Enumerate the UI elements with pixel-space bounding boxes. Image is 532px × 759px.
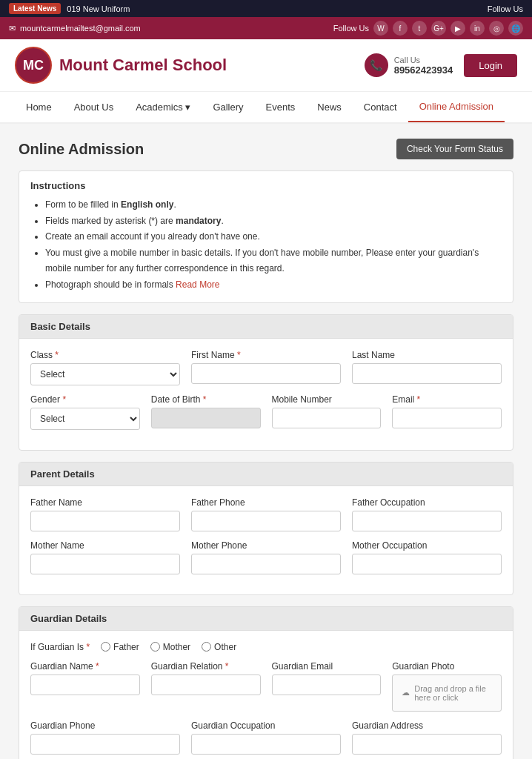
globe-icon[interactable]: 🌐 bbox=[508, 21, 523, 36]
dob-input[interactable] bbox=[151, 408, 261, 428]
guardian-address-group: Guardian Address bbox=[352, 720, 502, 755]
nav-home[interactable]: Home bbox=[15, 92, 63, 122]
nav-contact[interactable]: Contact bbox=[353, 92, 408, 122]
mother-occupation-input[interactable] bbox=[352, 554, 502, 574]
guardian-email-label: Guardian Email bbox=[272, 661, 382, 672]
nav-news[interactable]: News bbox=[306, 92, 353, 122]
guardian-name-label: Guardian Name * bbox=[30, 661, 140, 672]
google-plus-icon[interactable]: G+ bbox=[431, 21, 446, 36]
nav-events[interactable]: Events bbox=[255, 92, 307, 122]
latest-news-badge: Latest News bbox=[9, 3, 61, 14]
news-text: 019 New Uniform bbox=[67, 4, 130, 13]
contact-bar: ✉ mountcarmelmailtest@gmail.com Follow U… bbox=[0, 17, 532, 39]
page-title: Online Admission bbox=[19, 141, 144, 158]
guardian-radio-mother-input[interactable] bbox=[150, 642, 160, 652]
instruction-item-5: Photograph should be in formals Read Mor… bbox=[45, 277, 502, 294]
father-phone-group: Father Phone bbox=[191, 497, 341, 531]
email-group: Email * bbox=[392, 394, 502, 430]
guardian-name-input[interactable] bbox=[30, 675, 140, 695]
mother-occupation-label: Mother Occupation bbox=[352, 540, 502, 551]
call-us-label: Call Us bbox=[394, 56, 453, 64]
call-us-info: Call Us 89562423934 bbox=[394, 56, 453, 76]
basic-details-header: Basic Details bbox=[19, 315, 513, 339]
email-label: Email * bbox=[392, 394, 502, 405]
email-icon: ✉ bbox=[9, 24, 16, 33]
instruction-item-1: Form to be filled in English only. bbox=[45, 197, 502, 213]
guardian-occupation-input[interactable] bbox=[191, 734, 341, 755]
father-phone-input[interactable] bbox=[191, 511, 341, 531]
mother-name-input[interactable] bbox=[30, 554, 180, 574]
class-group: Class * Select Class 1 Class 2 Class 3 C… bbox=[30, 350, 180, 385]
nav-gallery[interactable]: Gallery bbox=[202, 92, 254, 122]
linkedin-icon[interactable]: in bbox=[470, 21, 485, 36]
mobile-input[interactable] bbox=[272, 408, 382, 428]
guardian-address-input[interactable] bbox=[352, 734, 502, 755]
class-label: Class * bbox=[30, 350, 180, 360]
check-status-button[interactable]: Check Your Form Status bbox=[396, 139, 513, 159]
gender-select[interactable]: Select Male Female Other bbox=[30, 408, 140, 430]
guardian-photo-upload[interactable]: ☁ Drag and drop a file here or click bbox=[392, 675, 502, 712]
email-input[interactable] bbox=[392, 408, 502, 428]
parent-details-body: Father Name Father Phone Father Occupati… bbox=[19, 486, 513, 594]
guardian-phone-group: Guardian Phone bbox=[30, 720, 180, 755]
whatsapp-icon[interactable]: W bbox=[373, 21, 388, 36]
father-occupation-input[interactable] bbox=[352, 511, 502, 531]
mobile-group: Mobile Number bbox=[272, 394, 382, 430]
guardian-radio-other-input[interactable] bbox=[202, 642, 211, 652]
parent-row-2: Mother Name Mother Phone Mother Occupati… bbox=[30, 540, 502, 574]
guardian-radio-group: If Guardian Is * Father Mother Other bbox=[30, 642, 502, 652]
guardian-details-card: Guardian Details If Guardian Is * Father… bbox=[19, 606, 513, 759]
logo-area: MC Mount Carmel School bbox=[15, 47, 227, 84]
guardian-photo-group: Guardian Photo ☁ Drag and drop a file he… bbox=[392, 661, 502, 712]
guardian-radio-mother[interactable]: Mother bbox=[150, 642, 190, 652]
read-more-link[interactable]: Read More bbox=[176, 279, 219, 290]
basic-row-2: Gender * Select Male Female Other Date o… bbox=[30, 394, 502, 430]
guardian-radio-father-input[interactable] bbox=[101, 642, 110, 652]
facebook-icon[interactable]: f bbox=[393, 21, 408, 36]
mother-phone-input[interactable] bbox=[191, 554, 341, 574]
guardian-email-input[interactable] bbox=[272, 675, 382, 695]
instructions-list: Form to be filled in English only. Field… bbox=[30, 197, 502, 294]
guardian-phone-input[interactable] bbox=[30, 734, 180, 755]
guardian-occupation-label: Guardian Occupation bbox=[191, 720, 341, 731]
first-name-input[interactable] bbox=[191, 363, 341, 384]
parent-details-card: Parent Details Father Name Father Phone … bbox=[19, 462, 513, 595]
contact-bar-right: Follow Us W f t G+ ▶ in ◎ 🌐 bbox=[333, 21, 523, 36]
top-bar-left: Latest News 019 New Uniform bbox=[9, 3, 130, 14]
father-name-label: Father Name bbox=[30, 497, 180, 508]
instructions-card: Instructions Form to be filled in Englis… bbox=[19, 170, 513, 303]
dob-group: Date of Birth * bbox=[151, 394, 261, 430]
guardian-phone-label: Guardian Phone bbox=[30, 720, 180, 731]
mother-phone-label: Mother Phone bbox=[191, 540, 341, 551]
guardian-row-2: Guardian Phone Guardian Occupation Guard… bbox=[30, 720, 502, 755]
nav-academics[interactable]: Academics ▾ bbox=[124, 92, 202, 122]
guardian-email-group: Guardian Email bbox=[272, 661, 382, 712]
guardian-relation-input[interactable] bbox=[151, 675, 261, 695]
call-number: 89562423934 bbox=[394, 64, 453, 76]
header-right: 📞 Call Us 89562423934 Login bbox=[365, 53, 517, 77]
guardian-photo-label: Guardian Photo bbox=[392, 661, 502, 672]
father-phone-label: Father Phone bbox=[191, 497, 341, 508]
father-name-input[interactable] bbox=[30, 511, 180, 531]
nav-about[interactable]: About Us bbox=[63, 92, 124, 122]
first-name-group: First Name * bbox=[191, 350, 341, 385]
twitter-icon[interactable]: t bbox=[412, 21, 427, 36]
guardian-radio-other[interactable]: Other bbox=[202, 642, 236, 652]
nav-online-admission[interactable]: Online Admission bbox=[408, 92, 505, 122]
basic-details-card: Basic Details Class * Select Class 1 Cla… bbox=[19, 314, 513, 451]
father-occupation-group: Father Occupation bbox=[352, 497, 502, 531]
class-select[interactable]: Select Class 1 Class 2 Class 3 Class 4 C… bbox=[30, 363, 180, 385]
dob-label: Date of Birth * bbox=[151, 394, 261, 405]
follow-us-text: Follow Us bbox=[333, 24, 369, 33]
parent-details-header: Parent Details bbox=[19, 463, 513, 486]
guardian-radio-father[interactable]: Father bbox=[101, 642, 139, 652]
logo: MC bbox=[15, 47, 52, 84]
last-name-input[interactable] bbox=[352, 363, 502, 384]
guardian-name-group: Guardian Name * bbox=[30, 661, 140, 712]
instruction-item-3: Create an email account if you already d… bbox=[45, 229, 502, 245]
login-button[interactable]: Login bbox=[464, 54, 517, 77]
first-name-label: First Name * bbox=[191, 350, 341, 360]
instagram-icon[interactable]: ◎ bbox=[489, 21, 504, 36]
if-guardian-label: If Guardian Is * bbox=[30, 642, 90, 652]
youtube-icon[interactable]: ▶ bbox=[450, 21, 465, 36]
